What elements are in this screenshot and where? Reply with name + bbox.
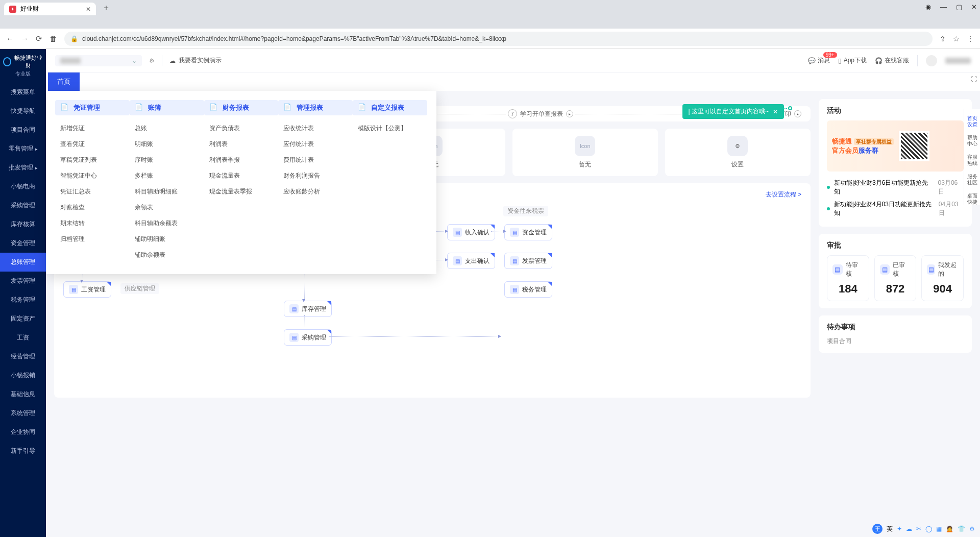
maximize-icon[interactable]: ▢ bbox=[956, 3, 962, 11]
app-download-button[interactable]: ▯App下载 bbox=[838, 56, 867, 65]
browser-tab[interactable]: ✦ 好业财 ✕ bbox=[4, 3, 96, 15]
ime-widget[interactable]: 王 英 ✦ ☁ ✂ ◯ ▦ 🙍 👕 ⚙ bbox=[872, 524, 975, 534]
mega-item[interactable]: 利润表季报 bbox=[204, 152, 279, 168]
mega-item[interactable]: 总账 bbox=[130, 120, 204, 136]
mega-head[interactable]: 📄账簿 bbox=[130, 100, 204, 115]
mega-item[interactable]: 草稿凭证列表 bbox=[55, 152, 130, 168]
node-purchase[interactable]: ▤采购管理 bbox=[284, 329, 332, 346]
sidebar-item-2[interactable]: 项目合同 bbox=[0, 120, 46, 139]
sidebar-item-5[interactable]: 小畅电商 bbox=[0, 177, 46, 196]
sidebar-item-8[interactable]: 资金管理 bbox=[0, 234, 46, 253]
mega-item[interactable]: 资产负债表 bbox=[204, 120, 279, 136]
sidebar-item-10[interactable]: 发票管理 bbox=[0, 272, 46, 290]
account-icon[interactable]: ◉ bbox=[925, 3, 931, 11]
node-exp-confirm[interactable]: ▤支出确认 bbox=[447, 253, 495, 269]
news-item[interactable]: 新功能|好业财3月6日功能更新抢先知03月06日 bbox=[827, 177, 964, 198]
sidebar-item-6[interactable]: 采购管理 bbox=[0, 196, 46, 215]
approve-box[interactable]: ▤待审核184 bbox=[827, 255, 869, 301]
sidebar-item-13[interactable]: 工资 bbox=[0, 328, 46, 347]
node-invoice[interactable]: ▤发票管理 bbox=[504, 253, 552, 269]
mega-item[interactable]: 期末结转 bbox=[55, 215, 130, 231]
node-inc-confirm[interactable]: ▤收入确认 bbox=[447, 224, 495, 240]
mega-item[interactable]: 余额表 bbox=[130, 200, 204, 215]
step-3[interactable]: 7学习开单查报表▸ bbox=[508, 109, 573, 118]
mega-item[interactable]: 辅助余额表 bbox=[130, 247, 204, 263]
sidebar-item-7[interactable]: 库存核算 bbox=[0, 215, 46, 234]
mega-item[interactable]: 智能凭证中心 bbox=[55, 168, 130, 184]
mega-item[interactable]: 应付统计表 bbox=[278, 136, 353, 152]
approve-box[interactable]: ▤已审核872 bbox=[874, 255, 917, 301]
quick-4[interactable]: ⚙设置 bbox=[665, 129, 811, 176]
avatar[interactable] bbox=[926, 55, 937, 66]
new-tab-button[interactable]: ＋ bbox=[98, 1, 114, 15]
play-icon[interactable]: ▸ bbox=[794, 110, 801, 117]
sidebar-item-0[interactable]: 搜索菜单 bbox=[0, 83, 46, 102]
mega-item[interactable]: 凭证汇总表 bbox=[55, 184, 130, 200]
mega-item[interactable]: 财务利润报告 bbox=[278, 168, 353, 184]
mega-item[interactable]: 归档管理 bbox=[55, 231, 130, 247]
shirt-icon[interactable]: 👕 bbox=[958, 525, 965, 532]
mega-item[interactable]: 现金流量表季报 bbox=[204, 184, 279, 200]
config-flow-link[interactable]: 去设置流程 > bbox=[766, 190, 801, 199]
url-field[interactable]: 🔒 cloud.chanjet.com/cc/u6d89qwnryel/57bf… bbox=[64, 32, 933, 46]
sidebar-item-16[interactable]: 基础信息 bbox=[0, 385, 46, 404]
person-icon[interactable]: 🙍 bbox=[946, 525, 953, 532]
mega-item[interactable]: 应收统计表 bbox=[278, 120, 353, 136]
promo-banner[interactable]: 畅捷通 享社群专属权益 官方会员服务群 bbox=[827, 120, 964, 172]
mega-item[interactable]: 序时账 bbox=[130, 152, 204, 168]
mega-item[interactable]: 对账检查 bbox=[55, 200, 130, 215]
sidebar-item-15[interactable]: 小畅报销 bbox=[0, 366, 46, 385]
mega-item[interactable]: 费用统计表 bbox=[278, 152, 353, 168]
close-window-icon[interactable]: ✕ bbox=[971, 3, 977, 11]
rail-item-3[interactable]: 服务社区 bbox=[967, 174, 977, 186]
kebab-icon[interactable]: ⋮ bbox=[967, 35, 974, 43]
approve-box[interactable]: ▤我发起的904 bbox=[921, 255, 964, 301]
rail-item-4[interactable]: 桌面快捷 bbox=[967, 193, 977, 205]
quick-3[interactable]: Icon暂无 bbox=[512, 129, 658, 176]
cloud-icon[interactable]: ◯ bbox=[925, 525, 932, 532]
close-icon[interactable]: ✕ bbox=[773, 108, 778, 115]
news-item[interactable]: 新功能|好业财4月03日功能更新抢先知04月03日 bbox=[827, 198, 964, 219]
gear-icon[interactable]: ⚙ bbox=[149, 57, 155, 64]
node-tax[interactable]: ▤税务管理 bbox=[504, 281, 552, 298]
close-icon[interactable]: ✕ bbox=[86, 6, 91, 13]
mega-item[interactable]: 现金流量表 bbox=[204, 168, 279, 184]
sparkle-icon[interactable]: ✦ bbox=[897, 525, 902, 532]
mega-item[interactable]: 多栏账 bbox=[130, 168, 204, 184]
play-icon[interactable]: ▸ bbox=[566, 110, 573, 117]
grid-icon[interactable]: ▦ bbox=[936, 525, 942, 532]
back-icon[interactable]: ← bbox=[6, 34, 14, 43]
sidebar-item-18[interactable]: 企业协同 bbox=[0, 423, 46, 442]
online-support-button[interactable]: 🎧在线客服 bbox=[875, 56, 909, 65]
node-payroll[interactable]: ▤工资管理 bbox=[63, 281, 111, 298]
fullscreen-icon[interactable]: ⛶ bbox=[971, 76, 977, 83]
mega-item[interactable]: 辅助明细账 bbox=[130, 231, 204, 247]
rail-item-2[interactable]: 客服热线 bbox=[967, 154, 977, 166]
minimize-icon[interactable]: — bbox=[940, 3, 947, 11]
mega-item[interactable]: 模版设计【公测】 bbox=[353, 120, 427, 136]
sidebar-item-19[interactable]: 新手引导 bbox=[0, 442, 46, 460]
mega-head[interactable]: 📄财务报表 bbox=[204, 100, 279, 115]
sidebar-item-4[interactable]: 批发管理▸ bbox=[0, 158, 46, 177]
sidebar-item-3[interactable]: 零售管理▸ bbox=[0, 139, 46, 158]
cloud-icon[interactable]: ☁ bbox=[906, 525, 912, 532]
delete-icon[interactable]: 🗑 bbox=[50, 34, 57, 43]
mega-head[interactable]: 📄管理报表 bbox=[278, 100, 353, 115]
node-inventory[interactable]: ▤库存管理 bbox=[284, 301, 332, 317]
rail-item-1[interactable]: 帮助中心 bbox=[967, 135, 977, 147]
tab-home[interactable]: 首页 bbox=[48, 72, 80, 91]
sidebar-item-1[interactable]: 快捷导航 bbox=[0, 102, 46, 120]
gear-icon[interactable]: ⚙ bbox=[969, 525, 975, 532]
mega-head[interactable]: 📄自定义报表 bbox=[353, 100, 427, 115]
mega-item[interactable]: 科目辅助明细账 bbox=[130, 184, 204, 200]
star-icon[interactable]: ☆ bbox=[953, 35, 960, 43]
reload-icon[interactable]: ⟳ bbox=[36, 34, 42, 43]
sidebar-item-9[interactable]: 总账管理 bbox=[0, 253, 46, 272]
forward-icon[interactable]: → bbox=[21, 34, 29, 43]
mega-item[interactable]: 应收账龄分析 bbox=[278, 184, 353, 200]
org-selector[interactable]: ⌄ bbox=[55, 55, 142, 66]
mega-item[interactable]: 新增凭证 bbox=[55, 120, 130, 136]
scissors-icon[interactable]: ✂ bbox=[916, 525, 921, 532]
demo-link[interactable]: ☁ 我要看实例演示 bbox=[169, 56, 222, 65]
mega-item[interactable]: 利润表 bbox=[204, 136, 279, 152]
